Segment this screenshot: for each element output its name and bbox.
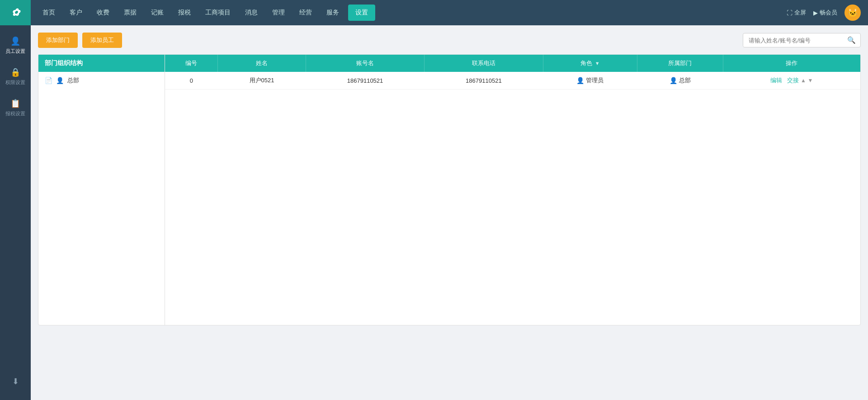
cell-dept: 👤 总部 <box>637 72 723 89</box>
tree-item-headquarters[interactable]: 📄 👤 总部 <box>38 72 165 89</box>
col-account: 账号名 <box>306 55 424 72</box>
user-avatar[interactable]: 🐱 <box>844 5 861 21</box>
nav-item-message[interactable]: 消息 <box>238 0 265 25</box>
content-area: 添加部门 添加员工 🔍 部门组织结构 📄 👤 总部 <box>31 25 868 400</box>
logo[interactable]: ✿ <box>0 0 31 25</box>
col-role[interactable]: 角色 ▼ <box>543 55 637 72</box>
fullscreen-icon: ⛶ <box>787 9 793 16</box>
sidebar-item-taxsettings[interactable]: 📋 报税设置 <box>0 92 31 123</box>
cell-id: 0 <box>165 72 218 89</box>
role-user-icon: 👤 <box>576 77 584 84</box>
col-id: 编号 <box>165 55 218 72</box>
nav-item-operation[interactable]: 经营 <box>292 0 319 25</box>
sidebar-item-permission[interactable]: 🔒 权限设置 <box>0 61 31 92</box>
report-icon: 📋 <box>10 99 20 108</box>
search-box: 🔍 <box>743 33 861 47</box>
scroll-down-button[interactable]: ▼ <box>808 77 813 84</box>
folder-icon: 📄 <box>45 77 52 84</box>
dept-user-icon: 👤 <box>670 77 677 84</box>
table-header-row: 编号 姓名 账号名 联系电话 角色 ▼ 所属部门 操作 <box>165 55 860 72</box>
search-input[interactable] <box>743 34 843 47</box>
transfer-button[interactable]: 交接 <box>787 77 799 84</box>
employee-icon: 👤 <box>10 36 20 46</box>
nav-item-accounting[interactable]: 记账 <box>144 0 171 25</box>
toolbar: 添加部门 添加员工 🔍 <box>38 33 861 48</box>
sidebar-item-employee[interactable]: 👤 员工设置 <box>0 30 31 61</box>
member-icon: ▶ <box>813 9 818 16</box>
tree-item-label: 总部 <box>67 76 79 85</box>
search-button[interactable]: 🔍 <box>843 33 860 47</box>
nav-item-tax[interactable]: 报税 <box>171 0 198 25</box>
tree-header: 部门组织结构 <box>38 55 165 72</box>
cell-actions: 编辑 交接 ▲ ▼ <box>723 72 860 89</box>
nav-item-manage[interactable]: 管理 <box>265 0 292 25</box>
main-layout: 👤 员工设置 🔒 权限设置 📋 报税设置 ⬇ 添加部门 添加员工 🔍 <box>0 25 868 400</box>
main-panel: 部门组织结构 📄 👤 总部 编号 姓名 账号名 联系电话 <box>38 54 861 325</box>
cell-account: 18679110521 <box>306 72 424 89</box>
sidebar: 👤 员工设置 🔒 权限设置 📋 报税设置 ⬇ <box>0 25 31 400</box>
employee-table: 编号 姓名 账号名 联系电话 角色 ▼ 所属部门 操作 <box>165 55 860 89</box>
cell-name: 用户0521 <box>218 72 306 89</box>
add-employee-button[interactable]: 添加员工 <box>82 33 122 48</box>
download-icon: ⬇ <box>12 376 19 386</box>
role-filter-icon[interactable]: ▼ <box>595 61 600 66</box>
nav-item-fee[interactable]: 收费 <box>90 0 117 25</box>
table-row: 0 用户0521 18679110521 18679110521 👤 管理员 <box>165 72 860 89</box>
nav-item-service[interactable]: 服务 <box>319 0 346 25</box>
member-button[interactable]: ▶ 畅会员 <box>813 9 837 17</box>
sidebar-download-button[interactable]: ⬇ <box>12 370 19 393</box>
col-action: 操作 <box>723 55 860 72</box>
nav-item-customer[interactable]: 客户 <box>62 0 90 25</box>
col-name: 姓名 <box>218 55 306 72</box>
edit-button[interactable]: 编辑 <box>770 77 782 84</box>
nav-item-home[interactable]: 首页 <box>35 0 62 25</box>
nav-menu: 首页 客户 收费 票据 记账 报税 工商项目 消息 管理 经营 服务 设置 <box>31 0 787 25</box>
nav-item-bizproject[interactable]: 工商项目 <box>198 0 238 25</box>
cell-phone: 18679110521 <box>425 72 543 89</box>
fullscreen-button[interactable]: ⛶ 全屏 <box>787 9 806 17</box>
cell-role: 👤 管理员 <box>543 72 637 89</box>
logo-icon: ✿ <box>11 7 19 19</box>
table-panel: 编号 姓名 账号名 联系电话 角色 ▼ 所属部门 操作 <box>165 55 860 325</box>
col-dept: 所属部门 <box>637 55 723 72</box>
tree-panel: 部门组织结构 📄 👤 总部 <box>38 55 165 325</box>
nav-item-settings[interactable]: 设置 <box>348 5 375 21</box>
top-navigation: ✿ 首页 客户 收费 票据 记账 报税 工商项目 消息 管理 经营 服务 设置 … <box>0 0 868 25</box>
sidebar-bottom: ⬇ <box>12 370 19 400</box>
scroll-up-button[interactable]: ▲ <box>801 77 806 84</box>
add-dept-button[interactable]: 添加部门 <box>38 33 78 48</box>
nav-item-invoice[interactable]: 票据 <box>117 0 144 25</box>
lock-icon: 🔒 <box>10 67 20 77</box>
tree-user-icon: 👤 <box>56 77 64 84</box>
nav-right-area: ⛶ 全屏 ▶ 畅会员 🐱 <box>787 5 868 21</box>
col-phone: 联系电话 <box>425 55 543 72</box>
